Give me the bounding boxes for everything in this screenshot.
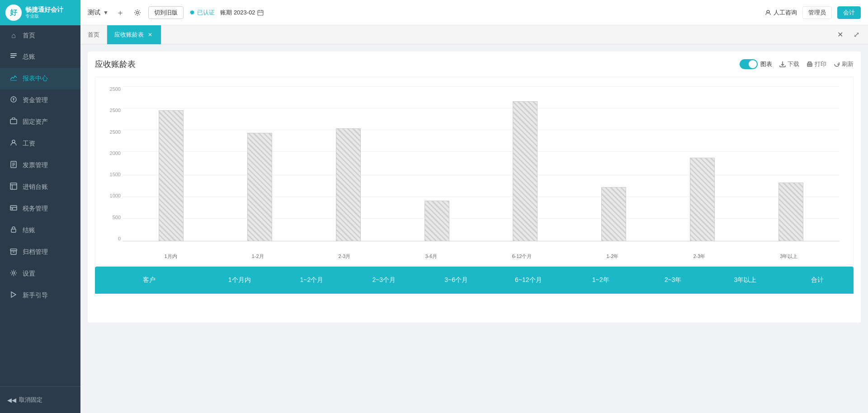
svg-rect-5: [10, 119, 17, 124]
bar-group: [425, 201, 449, 241]
tab-home[interactable]: 首页: [80, 25, 107, 44]
sidebar-item-ledger[interactable]: 总账: [0, 46, 80, 68]
old-version-button[interactable]: 切到旧版: [148, 6, 184, 19]
download-button[interactable]: 下载: [779, 60, 799, 68]
bar-12month: [247, 133, 272, 241]
svg-rect-17: [11, 229, 16, 232]
svg-rect-1: [10, 55, 17, 56]
sidebar-item-closing[interactable]: 结账: [0, 220, 80, 241]
download-icon: [779, 61, 786, 67]
x-label-6: 1-2年: [606, 253, 618, 260]
consult-button[interactable]: 人工咨询: [764, 9, 797, 17]
expand-window-button[interactable]: ⤢: [850, 28, 863, 41]
unpin-icon: ◀◀: [7, 397, 16, 404]
close-tab-icon[interactable]: ✕: [146, 31, 154, 38]
tab-ar-aging[interactable]: 应收账龄表 ✕: [107, 25, 161, 44]
archive-icon: [9, 248, 18, 257]
bar-3plus-year: [778, 183, 803, 241]
sidebar-item-label: 资金管理: [23, 96, 48, 104]
invoice-icon: [9, 161, 18, 170]
bar-group: [778, 183, 803, 241]
sidebar-item-invoice[interactable]: 发票管理: [0, 155, 80, 176]
table-col-23year: 2~3年: [637, 276, 709, 284]
sidebar-bottom: ◀◀ 取消固定: [0, 386, 80, 413]
closing-icon: [9, 226, 18, 235]
bar-group: [159, 110, 184, 241]
tax-icon: [9, 204, 18, 213]
topbar-settings-button[interactable]: [131, 6, 144, 19]
svg-rect-2: [10, 57, 15, 58]
print-button[interactable]: 打印: [807, 60, 826, 68]
sidebar-item-label: 税务管理: [23, 205, 48, 213]
sidebar-item-label: 归档管理: [23, 248, 48, 256]
bar-36month: [425, 201, 449, 241]
svg-rect-30: [808, 65, 811, 65]
home-icon: ⌂: [9, 32, 18, 40]
tabbar-window-controls: ✕ ⤢: [834, 28, 868, 41]
refresh-icon: [834, 61, 840, 67]
calendar-icon: [257, 9, 264, 16]
sidebar-item-settings[interactable]: 设置: [0, 263, 80, 285]
svg-rect-11: [10, 183, 17, 189]
x-label-1: 1月内: [165, 253, 177, 260]
svg-rect-24: [258, 10, 263, 15]
sidebar-item-label: 设置: [23, 270, 35, 278]
topbar: 测试 ▼ ＋ 切到旧版 已认证 账期 2023-02: [80, 0, 868, 25]
x-label-8: 3年以上: [780, 253, 797, 260]
main-area: 测试 ▼ ＋ 切到旧版 已认证 账期 2023-02: [80, 0, 868, 413]
bars-container: [123, 86, 840, 241]
bar-group: [247, 133, 272, 241]
bar-group: [601, 187, 626, 241]
sidebar-item-guide[interactable]: 新手引导: [0, 285, 80, 306]
table-col-612month: 6~12个月: [492, 276, 565, 284]
bar-group: [513, 101, 538, 241]
page-header: 应收账龄表 图表 下载 打印: [95, 59, 854, 70]
project-selector[interactable]: 测试 ▼: [88, 9, 108, 17]
chart-toggle-switch[interactable]: [740, 59, 758, 69]
close-window-button[interactable]: ✕: [834, 28, 846, 41]
table-col-12year: 1~2年: [565, 276, 637, 284]
sidebar-item-capital[interactable]: 资金管理: [0, 89, 80, 111]
manager-button[interactable]: 管理员: [802, 6, 832, 19]
bar-612month: [513, 101, 538, 241]
sidebar-item-salary[interactable]: 工资: [0, 133, 80, 155]
sidebar-item-tax[interactable]: 税务管理: [0, 198, 80, 220]
chart-area: 2500 2500 2500 2000 1500 1000 500 0: [95, 77, 854, 267]
add-project-button[interactable]: ＋: [114, 6, 127, 19]
reports-icon: [9, 74, 18, 83]
bar-1month: [159, 110, 184, 241]
sidebar-item-label: 进销台账: [23, 183, 48, 191]
svg-point-16: [12, 208, 13, 209]
table-col-12month: 1~2个月: [276, 276, 348, 284]
sidebar-item-assets[interactable]: 固定资产: [0, 111, 80, 133]
project-name: 测试: [88, 9, 100, 17]
table-col-total: 合计: [781, 276, 854, 284]
sidebar-item-label: 首页: [23, 32, 35, 40]
accountant-button[interactable]: 会计: [837, 6, 861, 19]
chart-toggle-group: 图表: [740, 59, 772, 69]
cancel-fix-button[interactable]: ◀◀ 取消固定: [0, 391, 80, 408]
bar-23year: [690, 158, 715, 241]
ledger-icon: [9, 52, 18, 61]
chart-toggle-label: 图表: [760, 60, 772, 68]
x-axis: 1月内 1-2月 2-3月 3-6月 6-12个月 1-2年 2-3年 3年以上: [123, 253, 840, 260]
salary-icon: [9, 139, 18, 148]
sidebar-item-home[interactable]: ⌂ 首页: [0, 25, 80, 46]
table-col-23month: 2~3个月: [348, 276, 420, 284]
x-label-3: 2-3月: [339, 253, 351, 260]
refresh-button[interactable]: 刷新: [834, 60, 854, 68]
bar-23month: [336, 128, 361, 241]
page-actions: 图表 下载 打印 刷新: [740, 59, 854, 69]
table-col-1month: 1个月内: [203, 276, 276, 284]
table-col-3plus: 3年以上: [709, 276, 781, 284]
sidebar-item-label: 报表中心: [23, 75, 48, 83]
sidebar-item-reports[interactable]: 报表中心: [0, 68, 80, 89]
app-logo-icon: 好: [5, 5, 22, 21]
chevron-down-icon: ▼: [103, 9, 108, 16]
sidebar-item-archive[interactable]: 归档管理: [0, 241, 80, 263]
sidebar-nav: ⌂ 首页 总账 报表中心 资金管理 固定资产: [0, 25, 80, 386]
sidebar-item-label: 发票管理: [23, 161, 48, 169]
sidebar-item-sales[interactable]: 进销台账: [0, 176, 80, 198]
tabbar: 首页 应收账龄表 ✕ ✕ ⤢: [80, 25, 868, 44]
main-content: 应收账龄表 图表 下载 打印: [80, 44, 868, 413]
